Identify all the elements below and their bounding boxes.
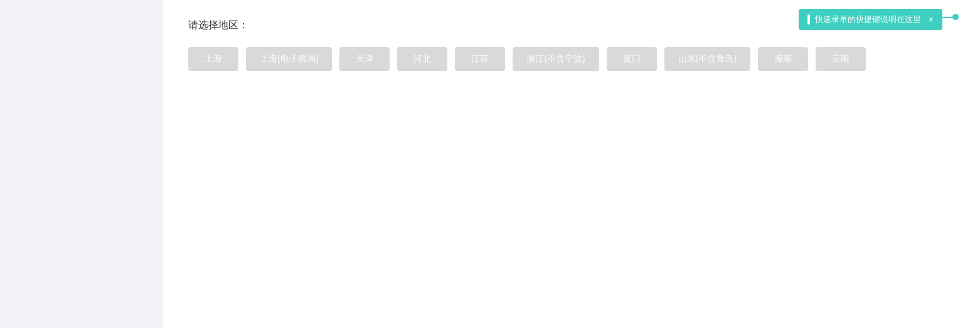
region-button-shandong[interactable]: 山东(不含青岛) [664,47,750,71]
sidebar [0,0,163,328]
region-button-shanghai[interactable]: 上海 [188,47,238,71]
region-button-zhejiang[interactable]: 浙江(不含宁波) [513,47,599,71]
close-icon[interactable]: × [929,14,934,25]
tooltip-line [940,17,952,18]
region-button-shanghai-etax[interactable]: 上海(电子税局) [246,47,332,71]
region-button-yunnan[interactable]: 云南 [816,47,866,71]
region-button-tianjin[interactable]: 天津 [339,47,390,71]
region-button-jiangsu[interactable]: 江苏 [455,47,505,71]
tooltip-text: 快速录单的快捷键说明在这里 [815,14,921,25]
region-button-xiamen[interactable]: 厦门 [607,47,657,71]
region-button-hainan[interactable]: 海南 [758,47,808,71]
main-content: 请选择地区： 上海上海(电子税局)天津河北江苏浙江(不含宁波)厦门山东(不含青岛… [163,0,980,328]
region-button-hebei[interactable]: 河北 [397,47,447,71]
tooltip-bar [807,14,810,25]
region-buttons: 上海上海(电子税局)天津河北江苏浙江(不含宁波)厦门山东(不含青岛)海南云南 [188,47,955,71]
tooltip-dot [952,14,959,20]
tooltip-banner: 快速录单的快捷键说明在这里 × [799,9,942,30]
